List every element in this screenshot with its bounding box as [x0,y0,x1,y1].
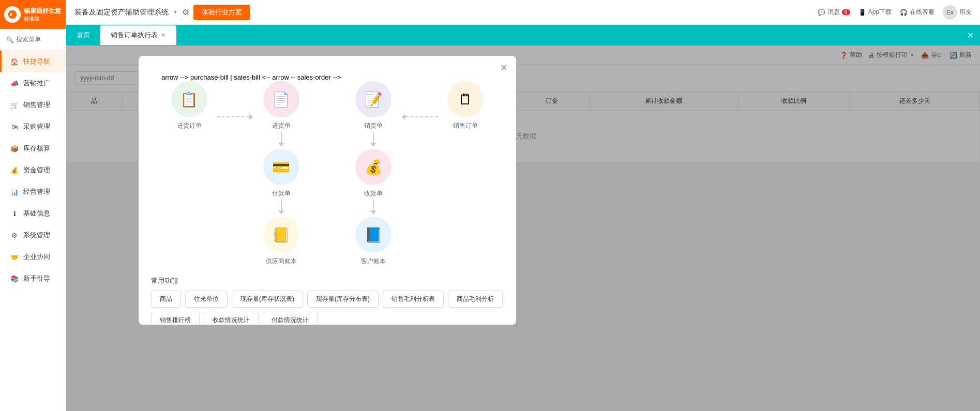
func-btn-2[interactable]: 现存量(库存状况表) [232,291,303,308]
app-download-btn[interactable]: 📱 App下载 [858,8,892,17]
arrow-receipt-down [346,200,401,215]
sidebar-item-inventory[interactable]: 📦 库存核算 [0,138,66,159]
dropdown-icon[interactable]: ▼ [173,9,178,15]
purchase-bill-label: 进货单 [272,121,291,130]
finance-icon: 💰 [10,165,19,175]
sales-bill-label: 销货单 [364,121,383,130]
search-menu-btn[interactable]: 🔍 搜索菜单 [4,33,62,46]
payment-label: 付款单 [272,189,291,198]
common-functions-title: 常用功能 [151,276,504,285]
settings-icon[interactable]: ⚙ [182,7,189,17]
modal-overlay: ✕ arrow --> purchase-bill | sales-bill <… [66,45,980,411]
supplier-ledger-circle: 📒 [263,217,299,253]
service-icon: 🎧 [900,9,908,16]
message-icon: 💬 [818,9,825,16]
func-btn-5[interactable]: 商品毛利分析 [448,291,503,308]
function-buttons-row1: 商品 往来单位 现存量(库存状况表) 现存量(库存分布表) 销售毛利分析表 商品… [151,291,504,308]
purchase-order-label: 进货订单 [177,121,202,130]
func-btn-8[interactable]: 付款情况统计 [263,312,318,325]
tab-bar: 首页 销售订单执行表 ✕ ✕ [66,25,980,45]
download-icon: 📱 [858,9,866,16]
sidebar-item-purchase[interactable]: 🛍 采购管理 [0,116,66,138]
flow-node-purchase-bill[interactable]: 📄 进货单 [253,81,309,130]
tab-close-icon[interactable]: ✕ [161,32,166,39]
purchase-icon: 🛍 [10,122,19,131]
header-left: 装备及固定资产辅助管理系统 ▼ ⚙ 体验行业方案 [74,5,250,20]
sidebar-search[interactable]: 🔍 搜索菜单 [0,29,66,51]
system-title: 装备及固定资产辅助管理系统 [74,8,169,17]
search-icon: 🔍 [6,36,14,43]
supplier-ledger-label: 供应商账本 [266,257,297,266]
flow-node-payment[interactable]: 💳 付款单 [253,149,309,198]
logo-text: 畅康通好生意 标准版 [24,7,61,23]
sidebar-item-operations[interactable]: 📊 经营管理 [0,181,66,203]
func-btn-1[interactable]: 往来单位 [185,291,228,308]
user-menu[interactable]: Ea 用友 [943,5,972,20]
func-btn-6[interactable]: 销售排行榜 [151,312,200,325]
flow-node-receipt[interactable]: 💰 收款单 [346,149,401,198]
flow-node-sales-order[interactable]: 🗒 销售订单 [438,81,493,130]
avatar: Ea [943,5,957,20]
info-icon: ℹ [10,209,19,218]
home-icon: 🏠 [10,57,19,66]
purchase-bill-circle: 📄 [263,81,299,117]
customer-ledger-label: 客户账本 [361,257,386,266]
arrow-sales-order-to-bill [401,114,438,120]
flow-node-purchase-order[interactable]: 📋 进货订单 [161,81,217,130]
common-functions: 常用功能 商品 往来单位 现存量(库存状况表) 现存量(库存分布表) 销售毛利分… [151,271,504,325]
sidebar-item-marketing[interactable]: 📣 营销推广 [0,72,66,94]
customer-ledger-circle: 📘 [355,217,391,253]
marketing-icon: 📣 [10,79,19,88]
sidebar-nav: 🏠 快捷导航 📣 营销推广 🛒 销售管理 🛍 采购管理 📦 库存核算 💰 资金管… [0,51,66,411]
receipt-label: 收款单 [364,189,383,198]
flow-node-sales-bill[interactable]: 📝 销货单 [346,81,401,130]
sidebar-item-sales[interactable]: 🛒 销售管理 [0,94,66,116]
online-service-btn[interactable]: 🎧 在线客服 [900,8,934,17]
sidebar-logo: 6 畅康通好生意 标准版 [0,0,66,29]
main-area: 装备及固定资产辅助管理系统 ▼ ⚙ 体验行业方案 💬 消息 6 📱 App下载 … [66,0,980,411]
operations-icon: 📊 [10,187,19,196]
func-btn-3[interactable]: 现存量(库存分布表) [307,291,379,308]
logo-icon: 6 [4,6,21,23]
trial-button[interactable]: 体验行业方案 [193,5,250,20]
sidebar-item-basic-info[interactable]: ℹ 基础信息 [0,203,66,224]
content-area: ❓ 帮助 🖨 按模板打印 ▼ 📤 导出 🔄 刷新 📅 单据状态 [66,45,980,411]
top-header: 装备及固定资产辅助管理系统 ▼ ⚙ 体验行业方案 💬 消息 6 📱 App下载 … [66,0,980,25]
flow-modal: ✕ arrow --> purchase-bill | sales-bill <… [139,56,516,325]
enterprise-icon: 🤝 [10,252,19,262]
purchase-order-circle: 📋 [171,81,207,117]
receipt-circle: 💰 [355,149,391,185]
message-btn[interactable]: 💬 消息 6 [818,8,850,17]
sidebar: 6 畅康通好生意 标准版 🔍 搜索菜单 🏠 快捷导航 📣 营销推广 🛒 销售管理… [0,0,66,411]
func-btn-4[interactable]: 销售毛利分析表 [383,291,444,308]
sidebar-item-system[interactable]: ⚙ 系统管理 [0,224,66,246]
modal-close-btn[interactable]: ✕ [500,62,508,73]
tab-sales-order[interactable]: 销售订单执行表 ✕ [100,25,176,45]
close-all-tabs-btn[interactable]: ✕ [961,31,980,40]
sidebar-item-finance[interactable]: 💰 资金管理 [0,159,66,181]
arrow-payment-down [253,200,309,215]
flow-node-customer-ledger[interactable]: 📘 客户账本 [346,217,401,266]
header-actions: 💬 消息 6 📱 App下载 🎧 在线客服 Ea 用友 [818,5,972,20]
inventory-icon: 📦 [10,144,19,153]
arrow-purchase-bill-down [253,132,309,147]
arrow-sales-bill-down [346,132,401,147]
sidebar-item-enterprise[interactable]: 🤝 企业协同 [0,246,66,268]
system-icon: ⚙ [10,231,19,240]
flow-node-supplier-ledger[interactable]: 📒 供应商账本 [253,217,309,266]
svg-text:6: 6 [10,12,12,17]
sidebar-item-quick-nav[interactable]: 🏠 快捷导航 [0,51,66,72]
sales-bill-circle: 📝 [355,81,391,117]
payment-circle: 💳 [263,149,299,185]
sales-order-label: 销售订单 [453,121,478,130]
function-buttons-row2: 销售排行榜 收款情况统计 付款情况统计 [151,312,504,325]
func-btn-0[interactable]: 商品 [151,291,181,308]
svg-point-0 [8,10,17,19]
arrow-purchase-to-bill [217,114,253,120]
tab-home[interactable]: 首页 [66,25,100,45]
sidebar-item-guide[interactable]: 📚 新手引导 [0,268,66,290]
flow-diagram: arrow --> purchase-bill | sales-bill <--… [151,68,504,271]
sales-icon: 🛒 [10,100,19,110]
func-btn-7[interactable]: 收款情况统计 [204,312,259,325]
sales-order-circle: 🗒 [447,81,484,117]
